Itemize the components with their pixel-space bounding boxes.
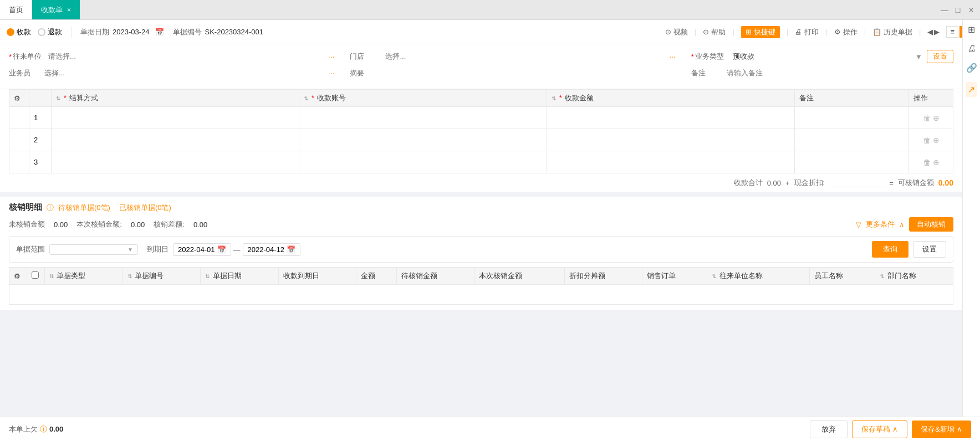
footer-info-icon[interactable]: ⓘ <box>40 424 47 434</box>
account-req: * <box>312 94 314 102</box>
tab-receipt[interactable]: 收款单 × <box>32 0 80 19</box>
sidebar-print-icon[interactable]: 🖨 <box>967 44 976 54</box>
unverified-value: 0.00 <box>54 221 68 229</box>
bt-col-checkbox[interactable] <box>27 268 45 285</box>
bt-sort3[interactable]: ⇅ <box>205 273 210 279</box>
row2-copy-btn[interactable]: ⊕ <box>933 136 940 145</box>
bt-sort1[interactable]: ⇅ <box>49 273 54 279</box>
bt-empty-cell <box>9 285 953 305</box>
query-btn[interactable]: 查询 <box>872 241 908 258</box>
tab-home[interactable]: 首页 <box>0 0 32 19</box>
sort-icon2[interactable]: ⇅ <box>304 95 308 101</box>
row1-copy-btn[interactable]: ⊕ <box>933 114 940 122</box>
calendar-start-icon[interactable]: 📅 <box>217 245 226 254</box>
bt-select-all[interactable] <box>32 271 39 279</box>
biz-type-chevron[interactable]: ▼ <box>915 53 922 61</box>
row1-settle[interactable] <box>52 107 299 129</box>
help-btn[interactable]: ⊙ 帮助 <box>703 27 726 37</box>
row3-action: 🗑 ⊕ <box>909 151 953 173</box>
row3-amount[interactable] <box>547 151 795 173</box>
store-input[interactable] <box>383 51 665 62</box>
auto-verif-btn[interactable]: 自动核销 <box>909 217 953 232</box>
abandon-btn[interactable]: 放弃 <box>810 421 848 438</box>
receipt-radio-dot <box>7 28 14 36</box>
date-end-input[interactable]: 2022-04-12 📅 <box>243 243 301 256</box>
settings-btn[interactable]: 设置 <box>927 50 953 63</box>
row3-settle[interactable] <box>52 151 299 173</box>
bt-col-settings[interactable]: ⚙ <box>9 268 27 285</box>
row2-delete-btn[interactable]: 🗑 <box>923 136 931 145</box>
bt-sort2[interactable]: ⇅ <box>127 273 132 279</box>
partner-more-btn[interactable]: ··· <box>326 52 337 61</box>
bt-col-doc-date: ⇅ 单据日期 <box>201 268 279 285</box>
print-btn[interactable]: 🖨 打印 <box>795 27 819 37</box>
more-conditions[interactable]: 更多条件 <box>866 219 895 229</box>
bt-col-sales-order: 销售订单 <box>642 268 707 285</box>
bt-sort4[interactable]: ⇅ <box>712 273 716 279</box>
col-settings-header[interactable]: ⚙ <box>9 90 29 107</box>
staff-input[interactable] <box>42 68 324 79</box>
discount-input[interactable] <box>829 178 885 187</box>
bt-sort5[interactable]: ⇅ <box>880 273 884 279</box>
tab-close-icon[interactable]: × <box>67 6 71 14</box>
sidebar-expand-icon[interactable]: ↗ <box>966 82 977 97</box>
store-more-btn[interactable]: ··· <box>667 52 678 61</box>
history-btn[interactable]: 📋 历史单据 <box>872 27 912 37</box>
sidebar-table-icon[interactable]: ⊞ <box>968 24 975 35</box>
video-btn[interactable]: ⊙ 视频 <box>665 27 688 37</box>
partner-input[interactable] <box>46 51 324 62</box>
sort-icon3[interactable]: ⇅ <box>552 95 556 101</box>
range-select[interactable]: ▼ <box>49 244 138 255</box>
row2-settle[interactable] <box>52 129 299 151</box>
row3-num: 3 <box>29 151 52 173</box>
operation-btn[interactable]: ⚙ 操作 <box>834 27 858 37</box>
verif-info-icon[interactable]: ⓘ <box>47 203 54 213</box>
row1-account[interactable] <box>299 107 547 129</box>
row3-delete-btn[interactable]: 🗑 <box>923 158 931 167</box>
row2-account[interactable] <box>299 129 547 151</box>
print-icon: 🖨 <box>795 28 802 36</box>
row1-amount[interactable] <box>547 107 795 129</box>
row3-account[interactable] <box>299 151 547 173</box>
row3-copy-btn[interactable]: ⊕ <box>933 158 940 167</box>
refund-radio-label: 退款 <box>48 27 62 37</box>
sort-icon[interactable]: ⇅ <box>56 95 60 101</box>
close-button[interactable]: × <box>967 6 976 14</box>
save-new-btn[interactable]: 保存&新增 ∧ <box>912 421 971 438</box>
partner-label: 往来单位 <box>13 52 46 61</box>
sidebar-link-icon[interactable]: 🔗 <box>966 63 977 73</box>
pending-tab[interactable]: 待核销单据(0笔) <box>58 203 110 213</box>
row2-note[interactable] <box>795 129 909 151</box>
maximize-button[interactable]: □ <box>953 6 962 14</box>
filter-icon[interactable]: ▽ <box>856 221 861 229</box>
prev-arrow[interactable]: ◀ <box>927 28 933 36</box>
plus-sign: + <box>785 179 790 187</box>
row3-note[interactable] <box>795 151 909 173</box>
bt-settings-icon[interactable]: ⚙ <box>14 272 21 280</box>
row2-amount[interactable] <box>547 129 795 151</box>
shortcut-btn[interactable]: ⊞ 快捷键 <box>741 26 780 38</box>
summary-row: 收款合计 0.00 + 现金折扣: = 可核销金额 0.00 <box>0 173 962 192</box>
calendar-end-icon[interactable]: 📅 <box>287 245 295 254</box>
settings-icon[interactable]: ⚙ <box>14 94 21 102</box>
next-arrow[interactable]: ▶ <box>934 28 940 36</box>
footer-right: 放弃 保存草稿 ∧ 保存&新增 ∧ <box>810 421 971 438</box>
staff-more-btn[interactable]: ··· <box>326 69 337 78</box>
receipt-radio[interactable]: 收款 <box>7 27 31 37</box>
minimize-button[interactable]: — <box>940 6 949 14</box>
date-start-input[interactable]: 2022-04-01 📅 <box>173 243 231 256</box>
list-view-btn[interactable]: ≡ <box>946 26 958 38</box>
refund-radio[interactable]: 退款 <box>38 27 62 37</box>
row1-note[interactable] <box>795 107 909 129</box>
calendar-icon[interactable]: 📅 <box>155 28 164 36</box>
row1-delete-btn[interactable]: 🗑 <box>923 114 931 122</box>
summary-input[interactable] <box>383 68 677 79</box>
form-section: * 往来单位 ··· 门店 ··· * 业务类型 预收款 ▼ 设置 <box>0 44 962 89</box>
save-draft-btn[interactable]: 保存草稿 ∧ <box>852 421 907 438</box>
current-value: 0.00 <box>131 221 145 229</box>
filter-setting-btn[interactable]: 设置 <box>913 241 946 258</box>
bt-doc-date-label: 单据日期 <box>213 271 242 280</box>
bt-col-doc-no: ⇅ 单据编号 <box>122 268 201 285</box>
note-input[interactable] <box>724 68 953 79</box>
done-tab[interactable]: 已核销单据(0笔) <box>119 203 171 213</box>
